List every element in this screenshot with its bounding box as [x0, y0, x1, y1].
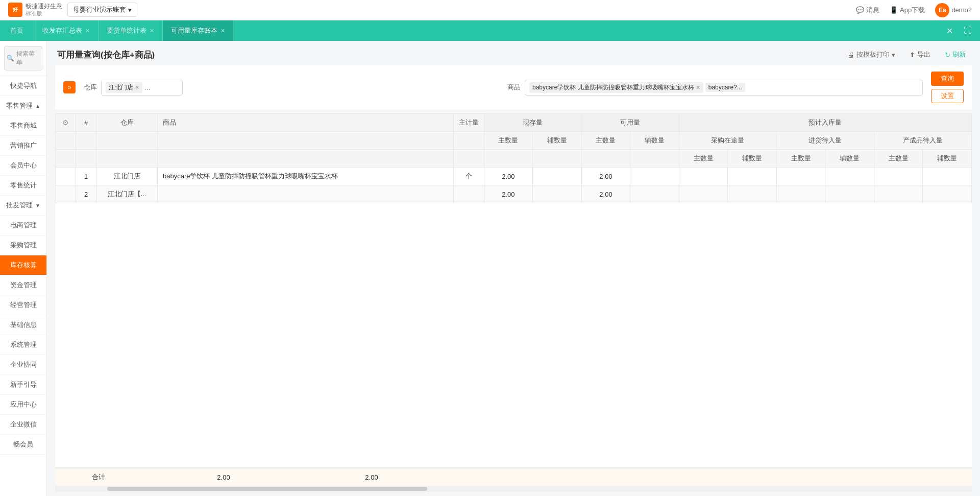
sidebar-item-purchase-mgmt[interactable]: 采购管理 — [0, 235, 46, 255]
tab-income-expense-label: 收发存汇总表 — [42, 26, 82, 35]
th2-pen-main: 主数量 — [776, 150, 825, 168]
scrollbar-thumb[interactable] — [107, 487, 427, 491]
cell-unit — [453, 185, 484, 203]
product-input[interactable]: babycare学饮杯 儿童防摔防撞吸管杯重力球吸嘴杯宝宝水杯 ✕ babyca… — [525, 80, 923, 96]
print-label: 按模板打印 — [856, 50, 890, 59]
cell-pen-main — [776, 185, 825, 203]
sidebar-item-retail-mall-label: 零售商城 — [10, 121, 37, 130]
logo-icon: 好 — [8, 3, 22, 17]
tab-order-stats[interactable]: 要货单统计表 ✕ — [99, 20, 163, 41]
sidebar-item-app-center[interactable]: 应用中心 — [0, 395, 46, 415]
warehouse-tag-remove[interactable]: ✕ — [135, 84, 139, 91]
tab-income-expense[interactable]: 收发存汇总表 ✕ — [34, 20, 99, 41]
warehouse-tag-value: 江北门店 — [109, 83, 133, 92]
tab-order-stats-close[interactable]: ✕ — [150, 28, 154, 34]
top-bar: 好 畅捷通好生意 标准版 母婴行业演示账套 ▾ 💬 消息 📱 App下载 Ea … — [0, 0, 980, 20]
sidebar-item-retail-mgmt[interactable]: 零售管理 ▲ — [0, 96, 46, 116]
expand-icon: » — [68, 84, 71, 91]
query-button[interactable]: 查询 — [931, 72, 964, 86]
th2-s1 — [484, 150, 533, 168]
cell-fin-sub — [923, 185, 972, 203]
message-icon: 💬 — [856, 6, 864, 14]
cell-stock-sub — [533, 185, 582, 203]
tab-inventory-ledger-close[interactable]: ✕ — [220, 28, 225, 34]
footer-label: 合计 — [60, 473, 137, 482]
table-row: 2江北门店【...2.002.00 — [56, 185, 972, 203]
scrollbar[interactable] — [55, 486, 972, 492]
sidebar-item-system-label: 系统管理 — [10, 340, 37, 349]
sidebar-item-app-center-label: 应用中心 — [10, 400, 37, 409]
user-area[interactable]: Ea demo2 — [935, 3, 972, 17]
sidebar-item-operations[interactable]: 经营管理 — [0, 295, 46, 315]
sidebar-item-member[interactable]: 会员中心 — [0, 156, 46, 176]
sidebar-item-retail-mgmt-label: 零售管理 — [6, 101, 33, 110]
table-footer: 合计 2.00 2.00 — [55, 467, 972, 486]
page-header-actions: 🖨 按模板打印 ▾ ⬆ 导出 ↻ 刷新 — [844, 48, 970, 61]
tab-home-label: 首页 — [10, 26, 23, 35]
th2-a2 — [630, 150, 679, 168]
logo-area: 好 畅捷通好生意 标准版 — [8, 3, 62, 17]
cell-avail-sub — [630, 185, 679, 203]
sidebar-item-basic-info[interactable]: 基础信息 — [0, 315, 46, 335]
cell-product — [158, 185, 454, 203]
setting-button[interactable]: 设置 — [931, 89, 964, 103]
sidebar-item-purchase-mgmt-label: 采购管理 — [10, 241, 37, 250]
tab-close-all-btn[interactable]: ✕ — [942, 23, 957, 38]
chevron-down-icon-2: ▼ — [35, 203, 40, 208]
sidebar-item-ecommerce-label: 电商管理 — [10, 221, 37, 230]
tab-home[interactable]: 首页 — [0, 20, 34, 41]
top-bar-right: 💬 消息 📱 App下载 Ea demo2 — [856, 3, 972, 17]
avatar: Ea — [935, 3, 949, 17]
export-label: 导出 — [917, 50, 930, 59]
tab-income-expense-close[interactable]: ✕ — [85, 28, 90, 34]
print-btn[interactable]: 🖨 按模板打印 ▾ — [844, 48, 899, 61]
sidebar-item-inventory[interactable]: 库存核算 — [0, 255, 46, 275]
sidebar-item-wholesale-mgmt[interactable]: 批发管理 ▼ — [0, 196, 46, 216]
th2-fin-sub: 辅数量 — [923, 150, 972, 168]
sidebar-item-finance[interactable]: 资金管理 — [0, 275, 46, 295]
filter-warehouse-group: 仓库 江北门店 ✕ ... — [84, 80, 499, 96]
message-btn[interactable]: 💬 消息 — [856, 6, 879, 15]
th-current-stock: 现存量 — [484, 114, 581, 132]
product-tag-1-remove[interactable]: ✕ — [696, 84, 700, 91]
sidebar-item-retail-stats[interactable]: 零售统计 — [0, 176, 46, 196]
sidebar-item-vip-member[interactable]: 畅会员 — [0, 435, 46, 455]
warehouse-more-btn[interactable]: ... — [144, 83, 151, 91]
sidebar-item-marketing[interactable]: 营销推广 — [0, 136, 46, 156]
cell-pen-sub — [825, 185, 874, 203]
tab-inventory-ledger[interactable]: 可用量库存账本 ✕ — [163, 20, 234, 41]
sidebar-item-retail-mall[interactable]: 零售商城 — [0, 116, 46, 136]
sidebar-item-newbie[interactable]: 新手引导 — [0, 375, 46, 395]
search-menu-btn[interactable]: 🔍 搜索菜单 — [4, 46, 42, 70]
filter-expand-btn[interactable]: » — [63, 81, 76, 93]
cell-unit: 个 — [453, 168, 484, 185]
export-icon: ⬆ — [910, 51, 915, 59]
cell-seq: 2 — [76, 185, 96, 203]
cell-avail-main: 2.00 — [581, 168, 630, 185]
th-stock-main: 主数量 — [484, 132, 533, 150]
page-content: » 仓库 江北门店 ✕ ... 商品 — [47, 65, 980, 496]
export-btn[interactable]: ⬆ 导出 — [905, 48, 935, 61]
industry-selector[interactable]: 母婴行业演示账套 ▾ — [67, 3, 137, 17]
sidebar-item-basic-info-label: 基础信息 — [10, 320, 37, 329]
th-setting: ⚙ — [56, 114, 76, 132]
sidebar-item-enterprise[interactable]: 企业协同 — [0, 355, 46, 375]
warehouse-input[interactable]: 江北门店 ✕ ... — [101, 80, 183, 96]
app-download-btn[interactable]: 📱 App下载 — [890, 6, 925, 15]
sidebar-item-system[interactable]: 系统管理 — [0, 335, 46, 355]
sidebar-item-enterprise-wechat[interactable]: 企业微信 — [0, 415, 46, 435]
sidebar-item-ecommerce[interactable]: 电商管理 — [0, 216, 46, 235]
gear-icon[interactable]: ⚙ — [62, 119, 69, 127]
footer-avail-main: 2.00 — [351, 474, 392, 481]
sidebar-item-inventory-label: 库存核算 — [10, 261, 37, 270]
tab-order-stats-label: 要货单统计表 — [107, 26, 146, 35]
sidebar-item-vip-member-label: 畅会员 — [13, 440, 33, 449]
tab-fullscreen-btn[interactable]: ⛶ — [961, 23, 975, 38]
cell-product: babycare学饮杯 儿童防摔防撞吸管杯重力球吸嘴杯宝宝水杯 — [158, 168, 454, 185]
content-area: 可用量查询(按仓库+商品) 🖨 按模板打印 ▾ ⬆ 导出 ↻ 刷新 — [47, 41, 980, 496]
sidebar-item-quick-nav[interactable]: 快捷导航 — [0, 76, 46, 96]
refresh-btn[interactable]: ↻ 刷新 — [941, 48, 970, 61]
print-icon: 🖨 — [848, 51, 854, 59]
logo-text: 畅捷通好生意 — [26, 3, 62, 10]
th-avail-main: 主数量 — [581, 132, 630, 150]
